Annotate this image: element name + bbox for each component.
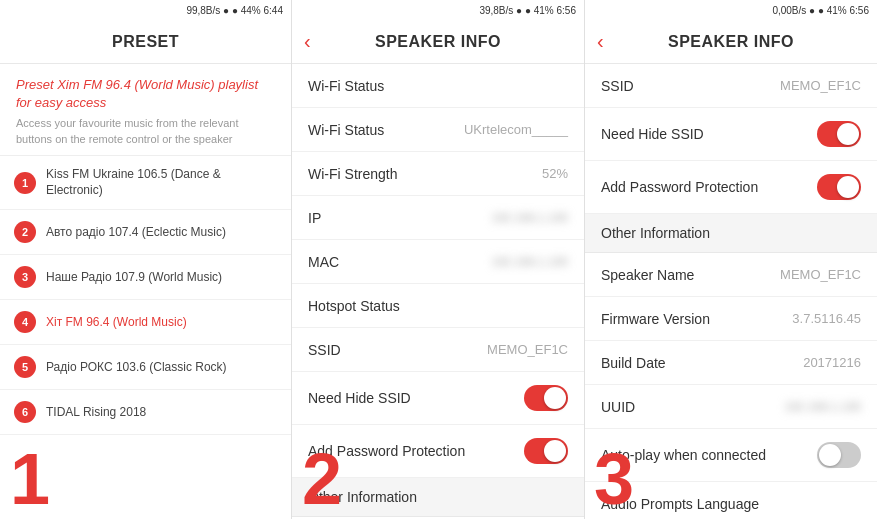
- row-value: 192.168.1.100: [491, 211, 568, 225]
- info-row: Wi-Fi Strength52%: [292, 152, 584, 196]
- status-text-3: 0,00B/s ● ● 41% 6:56: [772, 5, 869, 16]
- panel2-title: SPEAKER INFO: [375, 33, 501, 51]
- list-number: 1: [14, 172, 36, 194]
- list-label: Наше Радіо 107.9 (World Music): [46, 270, 222, 286]
- toggle-row[interactable]: Add Password Protection: [585, 161, 877, 214]
- row-label: Build Date: [601, 355, 666, 371]
- list-number: 6: [14, 401, 36, 423]
- list-label: Авто радіо 107.4 (Eclectic Music): [46, 225, 226, 241]
- panel-speaker-info-2: 39,8B/s ● ● 41% 6:56 ‹ SPEAKER INFO Wi-F…: [292, 0, 585, 519]
- row-label: Need Hide SSID: [308, 390, 411, 406]
- row-value: 192.168.1.100: [491, 255, 568, 269]
- toggle-knob: [819, 444, 841, 466]
- preset-title: Preset Хіт FM 96.4 (World Music) playlis…: [16, 76, 275, 112]
- row-label: Audio Prompts Language: [601, 496, 759, 512]
- info-row: Wi-Fi Status: [292, 64, 584, 108]
- panel-speaker-info-3: 0,00B/s ● ● 41% 6:56 ‹ SPEAKER INFO SSID…: [585, 0, 877, 519]
- section-header-text: Other Information: [601, 225, 710, 241]
- status-text-2: 39,8B/s ● ● 41% 6:56: [479, 5, 576, 16]
- row-label: Speaker Name: [601, 267, 694, 283]
- row-label: Add Password Protection: [601, 179, 758, 195]
- list-item[interactable]: 2Авто радіо 107.4 (Eclectic Music): [0, 210, 291, 255]
- panel3-title: SPEAKER INFO: [668, 33, 794, 51]
- list-number: 2: [14, 221, 36, 243]
- section-header: Other Information: [585, 214, 877, 253]
- toggle-knob: [544, 440, 566, 462]
- preset-description: Preset Хіт FM 96.4 (World Music) playlis…: [0, 64, 291, 156]
- info-row: Build Date20171216: [585, 341, 877, 385]
- row-label: MAC: [308, 254, 339, 270]
- list-item[interactable]: 5Радіо РОКС 103.6 (Classic Rock): [0, 345, 291, 390]
- toggle-switch[interactable]: [817, 442, 861, 468]
- row-value: 192.168.1.100: [784, 400, 861, 414]
- list-label: Хіт FM 96.4 (World Music): [46, 315, 187, 331]
- info-row: Audio Prompts Language: [585, 482, 877, 519]
- list-item[interactable]: 6TIDAL Rising 2018: [0, 390, 291, 435]
- panel2-rows: Wi-Fi StatusWi-Fi StatusUKrtelecom_____W…: [292, 64, 584, 519]
- row-label: Firmware Version: [601, 311, 710, 327]
- preset-list: 1Kiss FM Ukraine 106.5 (Dance & Electron…: [0, 156, 291, 519]
- info-row: SSIDMEMO_EF1C: [585, 64, 877, 108]
- header-2: ‹ SPEAKER INFO: [292, 20, 584, 64]
- toggle-row[interactable]: Need Hide SSID: [292, 372, 584, 425]
- row-value: 52%: [542, 166, 568, 181]
- row-label: UUID: [601, 399, 635, 415]
- row-label: Hotspot Status: [308, 298, 400, 314]
- list-item[interactable]: 1Kiss FM Ukraine 106.5 (Dance & Electron…: [0, 156, 291, 210]
- list-number: 4: [14, 311, 36, 333]
- header-1: PRESET: [0, 20, 291, 64]
- row-label: SSID: [601, 78, 634, 94]
- toggle-knob: [837, 176, 859, 198]
- list-number: 5: [14, 356, 36, 378]
- info-row: Wi-Fi StatusUKrtelecom_____: [292, 108, 584, 152]
- panel1-title: PRESET: [112, 33, 179, 51]
- panel3-rows: SSIDMEMO_EF1CNeed Hide SSIDAdd Password …: [585, 64, 877, 519]
- toggle-knob: [544, 387, 566, 409]
- back-button-2[interactable]: ‹: [304, 30, 311, 53]
- row-label: Need Hide SSID: [601, 126, 704, 142]
- row-label: Wi-Fi Status: [308, 122, 384, 138]
- list-label: Kiss FM Ukraine 106.5 (Dance & Electroni…: [46, 167, 277, 198]
- row-value: 3.7.5116.45: [792, 311, 861, 326]
- status-bar-1: 99,8B/s ● ● 44% 6:44: [0, 0, 291, 20]
- toggle-knob: [837, 123, 859, 145]
- info-row: IP192.168.1.100: [292, 196, 584, 240]
- section-header: Other Information: [292, 478, 584, 517]
- toggle-row[interactable]: Auto-play when connected: [585, 429, 877, 482]
- info-row: MAC192.168.1.100: [292, 240, 584, 284]
- info-row: Firmware Version3.7.5116.45: [585, 297, 877, 341]
- row-label: IP: [308, 210, 321, 226]
- info-row: UUID192.168.1.100: [585, 385, 877, 429]
- row-value: MEMO_EF1C: [487, 342, 568, 357]
- back-button-3[interactable]: ‹: [597, 30, 604, 53]
- info-row: Hotspot Status: [292, 284, 584, 328]
- row-value: MEMO_EF1C: [780, 267, 861, 282]
- row-value: UKrtelecom_____: [464, 122, 568, 137]
- toggle-switch[interactable]: [817, 174, 861, 200]
- app-container: 99,8B/s ● ● 44% 6:44 PRESET Preset Хіт F…: [0, 0, 877, 519]
- row-label: Wi-Fi Strength: [308, 166, 397, 182]
- toggle-row[interactable]: Add Password Protection: [292, 425, 584, 478]
- row-value: MEMO_EF1C: [780, 78, 861, 93]
- info-row: SSIDMEMO_EF1C: [292, 328, 584, 372]
- preset-subtitle: Access your favourite music from the rel…: [16, 116, 275, 147]
- toggle-switch[interactable]: [524, 438, 568, 464]
- info-row: Speaker NameMEMO_EF1C: [585, 253, 877, 297]
- row-label: Auto-play when connected: [601, 447, 766, 463]
- list-number: 3: [14, 266, 36, 288]
- status-text-1: 99,8B/s ● ● 44% 6:44: [186, 5, 283, 16]
- toggle-switch[interactable]: [524, 385, 568, 411]
- row-label: Wi-Fi Status: [308, 78, 384, 94]
- list-label: Радіо РОКС 103.6 (Classic Rock): [46, 360, 227, 376]
- toggle-row[interactable]: Need Hide SSID: [585, 108, 877, 161]
- list-item[interactable]: 3Наше Радіо 107.9 (World Music): [0, 255, 291, 300]
- panel-preset: 99,8B/s ● ● 44% 6:44 PRESET Preset Хіт F…: [0, 0, 292, 519]
- section-header-text: Other Information: [308, 489, 417, 505]
- status-bar-2: 39,8B/s ● ● 41% 6:56: [292, 0, 584, 20]
- toggle-switch[interactable]: [817, 121, 861, 147]
- row-label: Add Password Protection: [308, 443, 465, 459]
- row-value: 20171216: [803, 355, 861, 370]
- status-bar-3: 0,00B/s ● ● 41% 6:56: [585, 0, 877, 20]
- row-label: SSID: [308, 342, 341, 358]
- list-item[interactable]: 4Хіт FM 96.4 (World Music): [0, 300, 291, 345]
